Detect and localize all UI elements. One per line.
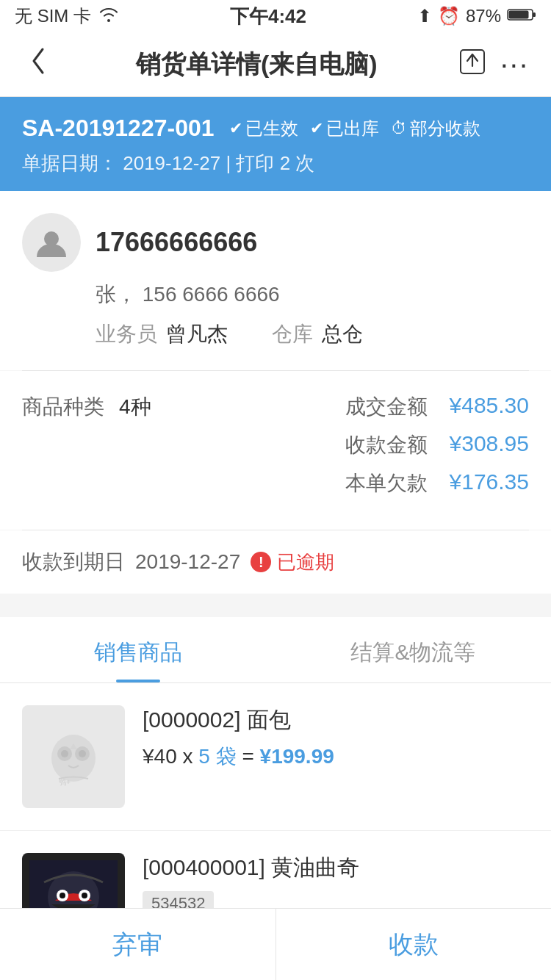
svg-point-9 bbox=[79, 750, 86, 757]
sales-meta: 业务员 曾凡杰 bbox=[96, 320, 228, 348]
status-badge-2: ✔ 已出库 bbox=[310, 117, 379, 140]
svg-text:鸮+: 鸮+ bbox=[59, 778, 71, 786]
amount-row-1: 成交金额 ¥485.30 bbox=[345, 393, 529, 421]
battery-level: 87% bbox=[466, 6, 501, 26]
overdue-badge: ! 已逾期 bbox=[251, 550, 334, 575]
check-icon-2: ✔ bbox=[310, 119, 323, 138]
svg-point-16 bbox=[60, 893, 65, 898]
divider-3 bbox=[0, 594, 551, 605]
status-right: ⬆ ⏰ 87% bbox=[417, 6, 536, 26]
amount-row-3: 本单欠款 ¥176.35 bbox=[345, 469, 529, 497]
share-icon[interactable] bbox=[459, 48, 486, 81]
product-info-1: [0000002] 面包 ¥40 x 5 袋 = ¥199.99 bbox=[143, 705, 529, 771]
tab-settlement[interactable]: 结算&物流等 bbox=[276, 617, 551, 682]
type-row: 商品种类 4种 bbox=[22, 393, 151, 421]
svg-rect-1 bbox=[533, 12, 536, 17]
status-bar: 无 SIM 卡 下午4:42 ⬆ ⏰ 87% bbox=[0, 0, 551, 32]
product-price-1: ¥40 x 5 袋 = ¥199.99 bbox=[143, 743, 529, 771]
amounts-block: 成交金额 ¥485.30 收款金额 ¥308.95 本单欠款 ¥176.35 bbox=[345, 393, 529, 508]
customer-phone: 17666666666 bbox=[96, 227, 257, 258]
svg-point-8 bbox=[61, 750, 68, 757]
sim-status: 无 SIM 卡 bbox=[15, 4, 91, 28]
status-left: 无 SIM 卡 bbox=[15, 4, 119, 28]
summary-section: 商品种类 4种 成交金额 ¥485.30 收款金额 ¥308.95 本单欠款 ¥… bbox=[0, 371, 551, 530]
status-badge-1: ✔ 已生效 bbox=[229, 117, 298, 140]
summary-left: 商品种类 4种 bbox=[22, 393, 151, 433]
tabs-section: 销售商品 结算&物流等 bbox=[0, 617, 551, 683]
svg-point-5 bbox=[51, 735, 96, 782]
collect-button[interactable]: 收款 bbox=[276, 909, 552, 980]
status-badge-3: ⏱ 部分收款 bbox=[391, 117, 480, 140]
clock-icon: ⏱ bbox=[391, 119, 407, 138]
back-button[interactable] bbox=[22, 39, 54, 90]
alarm-icon: ⏰ bbox=[438, 6, 460, 26]
product-image-1: 鸮+ bbox=[22, 705, 125, 808]
wifi-icon bbox=[98, 6, 119, 26]
tab-sales-products[interactable]: 销售商品 bbox=[0, 617, 276, 682]
page-title: 销货单详情(来自电脑) bbox=[136, 48, 378, 82]
status-badges: ✔ 已生效 ✔ 已出库 ⏱ 部分收款 bbox=[229, 117, 480, 140]
customer-info: 张， 156 6666 6666 bbox=[22, 281, 529, 309]
amount-row-2: 收款金额 ¥308.95 bbox=[345, 431, 529, 459]
svg-point-17 bbox=[82, 893, 87, 898]
overdue-icon: ! bbox=[251, 552, 271, 572]
order-header: SA-20191227-001 ✔ 已生效 ✔ 已出库 ⏱ 部分收款 单据日期：… bbox=[0, 97, 551, 191]
customer-meta: 业务员 曾凡杰 仓库 总仓 bbox=[22, 320, 529, 348]
more-icon[interactable]: ··· bbox=[500, 48, 529, 81]
check-icon-1: ✔ bbox=[229, 119, 242, 138]
due-section: 收款到期日 2019-12-27 ! 已逾期 bbox=[0, 530, 551, 594]
nav-bar: 销货单详情(来自电脑) ··· bbox=[0, 32, 551, 97]
order-date: 单据日期： 2019-12-27 | 打印 2 次 bbox=[22, 151, 529, 176]
battery-icon bbox=[507, 6, 536, 26]
bottom-bar: 弃审 收款 bbox=[0, 908, 551, 980]
list-item: 鸮+ [0000002] 面包 ¥40 x 5 袋 = ¥199.99 bbox=[0, 683, 551, 831]
cancel-button[interactable]: 弃审 bbox=[0, 909, 276, 980]
customer-section: 17666666666 张， 156 6666 6666 业务员 曾凡杰 仓库 … bbox=[0, 191, 551, 370]
avatar bbox=[22, 213, 81, 272]
nav-actions: ··· bbox=[459, 48, 529, 81]
product-name-2: [000400001] 黄油曲奇 bbox=[143, 853, 529, 883]
product-name-1: [0000002] 面包 bbox=[143, 705, 529, 735]
svg-rect-2 bbox=[508, 11, 528, 19]
location-icon: ⬆ bbox=[417, 6, 432, 26]
time-display: 下午4:42 bbox=[230, 4, 306, 29]
order-id: SA-20191227-001 bbox=[22, 115, 215, 142]
warehouse-meta: 仓库 总仓 bbox=[272, 320, 363, 348]
